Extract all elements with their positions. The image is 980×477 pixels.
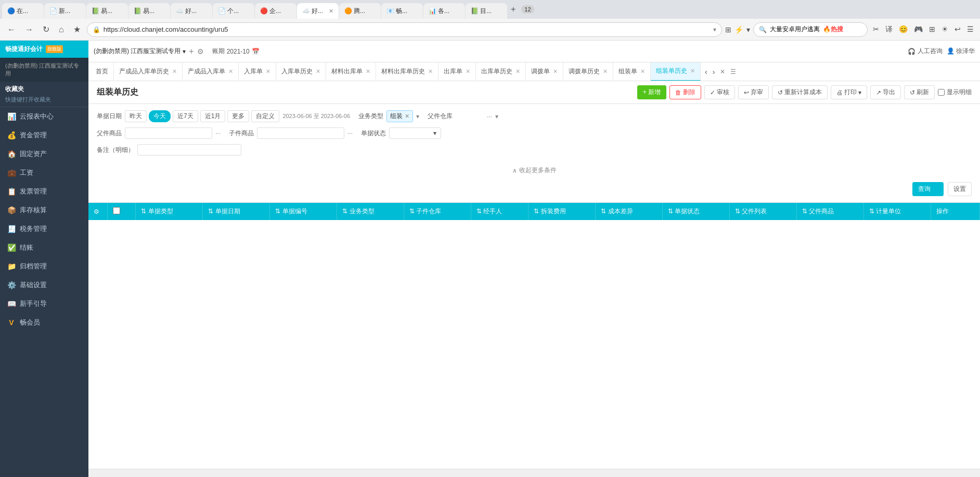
browser-tab-3[interactable]: 📗 易... bbox=[86, 3, 128, 19]
th-parent-list[interactable]: ⇅ 父件列表 bbox=[730, 203, 797, 220]
th-cost-diff[interactable]: ⇅ 成本差异 bbox=[596, 203, 663, 220]
sidebar-item-closing[interactable]: ✅ 结账 bbox=[0, 238, 88, 257]
refresh-button[interactable]: ↻ bbox=[40, 22, 53, 36]
tab-finished-goods[interactable]: 产成品入库单 ✕ bbox=[183, 62, 239, 81]
tab-close-8[interactable]: ✕ bbox=[515, 68, 520, 75]
browser-tab-6[interactable]: 📄 个... bbox=[213, 3, 254, 19]
sidebar-item-funds[interactable]: 💰 资金管理 bbox=[0, 126, 88, 145]
tab-close-9[interactable]: ✕ bbox=[553, 68, 558, 75]
address-dropdown-icon[interactable]: ▾ bbox=[713, 26, 716, 33]
child-goods-more-icon[interactable]: ··· bbox=[347, 130, 353, 137]
sidebar-item-payroll[interactable]: 💼 工资 bbox=[0, 163, 88, 182]
toolbar-service[interactable]: 🎧 人工咨询 bbox=[908, 47, 943, 56]
print-dropdown-icon[interactable]: ▾ bbox=[858, 89, 861, 96]
tab-material-outbound[interactable]: 材料出库单 ✕ bbox=[326, 62, 376, 81]
browser-tab-9[interactable]: 🟠 腾... bbox=[339, 3, 381, 19]
tab-finished-goods-history[interactable]: 产成品入库单历史 ✕ bbox=[114, 62, 183, 81]
tab-home[interactable]: 首页 bbox=[91, 62, 114, 81]
parent-warehouse-dropdown-icon[interactable]: ▾ bbox=[495, 113, 498, 120]
tab-close-4[interactable]: ✕ bbox=[316, 68, 320, 75]
business-type-dropdown-icon[interactable]: ▾ bbox=[416, 113, 419, 120]
tab-close-11[interactable]: ✕ bbox=[640, 68, 645, 75]
th-disassembly-fee[interactable]: ⇅ 拆装费用 bbox=[528, 203, 596, 220]
address-chevron-icon[interactable]: ▾ bbox=[746, 25, 750, 34]
tab-outbound[interactable]: 出库单 ✕ bbox=[439, 62, 476, 81]
1month-btn[interactable]: 近1月 bbox=[200, 110, 226, 122]
sidebar-item-reports[interactable]: 📊 云报表中心 bbox=[0, 107, 88, 126]
tab-outbound-history[interactable]: 出库单历史 ✕ bbox=[476, 62, 526, 81]
sidebar-item-inventory[interactable]: 📦 库存核算 bbox=[0, 201, 88, 220]
sidebar-favorites[interactable]: 收藏夹 快捷键打开收藏夹 bbox=[0, 82, 88, 107]
abandon-button[interactable]: ↩ 弃审 bbox=[738, 85, 769, 99]
translate-icon[interactable]: 译 bbox=[883, 23, 895, 36]
parent-warehouse-more-icon[interactable]: ··· bbox=[487, 113, 492, 120]
export-button[interactable]: ↗ 导出 bbox=[870, 85, 901, 99]
tab-close-10[interactable]: ✕ bbox=[603, 68, 608, 75]
th-handler[interactable]: ⇅ 经手人 bbox=[471, 203, 528, 220]
th-child-warehouse[interactable]: ⇅ 子件仓库 bbox=[404, 203, 471, 220]
business-type-tag-close[interactable]: ✕ bbox=[405, 113, 409, 120]
note-input[interactable] bbox=[137, 144, 241, 156]
game-icon[interactable]: 🎮 bbox=[912, 23, 925, 36]
browser-tab-4[interactable]: 📗 易... bbox=[128, 3, 170, 19]
recalculate-button[interactable]: ↺ 重新计算成本 bbox=[772, 85, 828, 99]
tab-close-current[interactable]: ✕ bbox=[718, 67, 727, 76]
th-doc-num[interactable]: ⇅ 单据编号 bbox=[270, 203, 337, 220]
browser-tab-5[interactable]: ☁️ 好... bbox=[171, 3, 212, 19]
tab-more-options[interactable]: ☰ bbox=[728, 67, 738, 76]
sidebar-item-settings[interactable]: ⚙️ 基础设置 bbox=[0, 276, 88, 294]
th-parent-goods[interactable]: ⇅ 父件商品 bbox=[797, 203, 864, 220]
forward-button[interactable]: → bbox=[22, 23, 36, 36]
sidebar-item-membership[interactable]: V 畅会员 bbox=[0, 313, 88, 332]
parent-goods-more-icon[interactable]: ··· bbox=[215, 130, 221, 137]
tab-close-6[interactable]: ✕ bbox=[428, 68, 433, 75]
bottom-scrollbar[interactable] bbox=[88, 469, 980, 477]
browser-tab-11[interactable]: 📊 各... bbox=[423, 3, 465, 19]
new-tab-button[interactable]: + bbox=[508, 5, 519, 14]
lightning-icon[interactable]: ⚡ bbox=[734, 25, 743, 34]
tab-assembly[interactable]: 组装单 ✕ bbox=[613, 62, 651, 81]
sidebar-item-assets[interactable]: 🏠 固定资产 bbox=[0, 145, 88, 163]
child-goods-input[interactable] bbox=[257, 127, 344, 139]
tab-close-7[interactable]: ✕ bbox=[466, 68, 470, 75]
company-dropdown[interactable]: (勿删勿禁用) 江西服宝测试专用 ▾ bbox=[94, 47, 186, 56]
settings-query-button[interactable]: 设置 bbox=[948, 182, 972, 196]
search-bar[interactable]: 🔍 大量安卓用户逃离 🔥热搜 bbox=[753, 22, 868, 37]
sidebar-item-tax[interactable]: 🧾 税务管理 bbox=[0, 220, 88, 238]
bookmark-button[interactable]: ★ bbox=[70, 22, 84, 36]
menu-icon[interactable]: ☰ bbox=[965, 23, 976, 36]
refresh-button[interactable]: ↺ 刷新 bbox=[904, 85, 935, 99]
add-button[interactable]: + 新增 bbox=[637, 85, 666, 99]
tab-close-1[interactable]: ✕ bbox=[172, 68, 177, 75]
back-button[interactable]: ← bbox=[4, 23, 19, 36]
tab-close-2[interactable]: ✕ bbox=[228, 68, 233, 75]
custom-btn[interactable]: 自定义 bbox=[251, 110, 279, 122]
scissors-icon[interactable]: ✂ bbox=[871, 23, 881, 36]
address-bar[interactable]: 🔒 https://cloud.chanjet.com/accounting/u… bbox=[87, 22, 722, 37]
query-button[interactable]: 查询 bbox=[912, 182, 944, 196]
gear-settings-icon[interactable]: ⚙ bbox=[197, 47, 204, 56]
browser-tab-close-8[interactable]: ✕ bbox=[329, 8, 333, 15]
print-button[interactable]: 🖨 打印 ▾ bbox=[831, 85, 867, 99]
7days-btn[interactable]: 近7天 bbox=[173, 110, 198, 122]
th-doc-status[interactable]: ⇅ 单据状态 bbox=[663, 203, 730, 220]
home-button[interactable]: ⌂ bbox=[56, 23, 67, 36]
tab-close-12[interactable]: ✕ bbox=[690, 68, 695, 74]
emoji-icon[interactable]: 😊 bbox=[897, 23, 910, 36]
tab-close-5[interactable]: ✕ bbox=[366, 68, 370, 75]
browser-tab-7[interactable]: 🔴 企... bbox=[255, 3, 296, 19]
apps-icon[interactable]: ⊞ bbox=[927, 23, 937, 36]
tab-material-outbound-history[interactable]: 材料出库单历史 ✕ bbox=[376, 62, 439, 81]
tab-inbound[interactable]: 入库单 ✕ bbox=[239, 62, 276, 81]
browser-tab-12[interactable]: 📗 目... bbox=[466, 3, 507, 19]
sidebar-item-invoice[interactable]: 📋 发票管理 bbox=[0, 182, 88, 201]
th-unit[interactable]: ⇅ 计量单位 bbox=[864, 203, 931, 220]
grid-icon[interactable]: ⊞ bbox=[725, 25, 731, 34]
tab-inbound-history[interactable]: 入库单历史 ✕ bbox=[276, 62, 326, 81]
tab-scroll-left[interactable]: ‹ bbox=[703, 68, 710, 76]
show-detail-checkbox[interactable] bbox=[938, 89, 945, 96]
th-checkbox[interactable] bbox=[107, 203, 136, 220]
more-btn[interactable]: 更多 bbox=[227, 110, 249, 122]
th-gear[interactable]: ⚙ bbox=[88, 203, 107, 220]
tab-scroll-right[interactable]: › bbox=[711, 68, 717, 76]
